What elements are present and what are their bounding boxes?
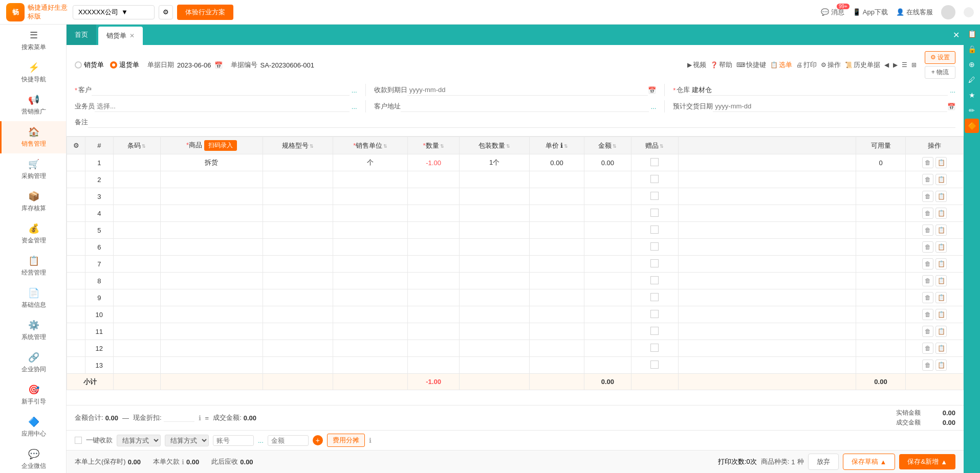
copy-row-button[interactable]: 📋 bbox=[935, 292, 947, 303]
cell-price[interactable] bbox=[530, 323, 584, 340]
cell-amount[interactable] bbox=[584, 273, 631, 289]
cell-barcode[interactable] bbox=[113, 239, 160, 256]
cell-qty[interactable] bbox=[408, 205, 460, 222]
sidebar-item-collab[interactable]: 🔗 企业协同 bbox=[0, 347, 66, 379]
col-product-header[interactable]: *商品 扫码录入 bbox=[160, 137, 263, 154]
right-panel-btn-3[interactable]: ⊕ bbox=[965, 57, 979, 72]
cell-unit[interactable] bbox=[333, 205, 408, 222]
cell-amount[interactable] bbox=[584, 256, 631, 273]
sidebar-item-appstore[interactable]: 🔷 应用中心 bbox=[0, 411, 66, 443]
sidebar-item-purchase[interactable]: 🛒 采购管理 bbox=[0, 153, 66, 186]
customer-input[interactable] bbox=[92, 84, 350, 96]
copy-row-button[interactable]: 📋 bbox=[935, 326, 947, 337]
cell-amount[interactable] bbox=[584, 171, 631, 188]
copy-row-button[interactable]: 📋 bbox=[935, 191, 947, 202]
cell-barcode[interactable] bbox=[113, 222, 160, 239]
cell-spec[interactable] bbox=[263, 340, 333, 357]
warehouse-input[interactable] bbox=[690, 84, 948, 96]
cell-pkgqty[interactable] bbox=[459, 340, 529, 357]
sidebar-item-sales[interactable]: 🏠 销售管理 bbox=[0, 121, 66, 153]
cell-qty[interactable] bbox=[408, 357, 460, 374]
cell-spec[interactable] bbox=[263, 171, 333, 188]
cell-gift[interactable] bbox=[631, 205, 678, 222]
cell-barcode[interactable] bbox=[113, 306, 160, 323]
cell-amount[interactable] bbox=[584, 205, 631, 222]
curr-owed-info[interactable]: ℹ bbox=[182, 458, 184, 466]
cell-product[interactable] bbox=[160, 239, 263, 256]
cell-amount[interactable] bbox=[584, 357, 631, 374]
cell-barcode[interactable] bbox=[113, 171, 160, 188]
cell-product[interactable] bbox=[160, 256, 263, 273]
cell-product[interactable] bbox=[160, 205, 263, 222]
cell-amount[interactable] bbox=[584, 340, 631, 357]
cell-product[interactable] bbox=[160, 357, 263, 374]
cell-product[interactable] bbox=[160, 289, 263, 306]
cell-barcode[interactable] bbox=[113, 357, 160, 374]
payment-due-input[interactable] bbox=[407, 84, 648, 96]
payment-amount-input[interactable] bbox=[268, 435, 309, 446]
view-list-button[interactable]: ☰ bbox=[902, 61, 907, 69]
delete-row-button[interactable]: 🗑 bbox=[922, 326, 933, 337]
account-number-input[interactable] bbox=[213, 435, 254, 446]
cell-price[interactable] bbox=[530, 171, 584, 188]
cell-barcode[interactable] bbox=[113, 273, 160, 289]
logistics-button[interactable]: + 物流 bbox=[925, 66, 955, 79]
discount-info-icon[interactable]: ℹ bbox=[199, 414, 201, 422]
cell-product[interactable]: 拆货 bbox=[160, 154, 263, 171]
cell-unit[interactable] bbox=[333, 171, 408, 188]
delete-row-button[interactable]: 🗑 bbox=[922, 359, 933, 371]
cell-unit[interactable] bbox=[333, 357, 408, 374]
cell-unit[interactable] bbox=[333, 323, 408, 340]
right-panel-btn-orange[interactable]: 🔶 bbox=[965, 119, 979, 133]
cell-product[interactable] bbox=[160, 273, 263, 289]
cell-gift[interactable] bbox=[631, 154, 678, 171]
cell-pkgqty[interactable] bbox=[459, 289, 529, 306]
right-panel-btn-2[interactable]: 🔒 bbox=[965, 42, 979, 56]
delete-row-button[interactable]: 🗑 bbox=[922, 343, 933, 354]
cell-product[interactable] bbox=[160, 323, 263, 340]
radio-sales[interactable]: 销货单 bbox=[75, 60, 104, 70]
avatar[interactable] bbox=[941, 5, 955, 19]
payment-method-select[interactable]: 结算方式 bbox=[117, 435, 161, 446]
copy-row-button[interactable]: 📋 bbox=[935, 224, 947, 236]
customer-addr-input[interactable] bbox=[401, 101, 649, 112]
cell-unit[interactable] bbox=[333, 188, 408, 205]
sidebar-item-inventory[interactable]: 📦 库存核算 bbox=[0, 186, 66, 218]
payment-due-calendar-icon[interactable]: 📅 bbox=[648, 86, 656, 94]
help-link[interactable]: ❓ 帮助 bbox=[710, 60, 732, 70]
cell-spec[interactable] bbox=[263, 256, 333, 273]
cell-pkgqty[interactable] bbox=[459, 222, 529, 239]
copy-row-button[interactable]: 📋 bbox=[935, 241, 947, 253]
sidebar-item-search[interactable]: ☰ 搜索菜单 bbox=[0, 25, 66, 57]
trial-button[interactable]: 体验行业方案 bbox=[177, 5, 233, 20]
copy-row-button[interactable]: 📋 bbox=[935, 174, 947, 185]
cell-pkgqty[interactable] bbox=[459, 171, 529, 188]
cell-qty[interactable] bbox=[408, 188, 460, 205]
cell-pkgqty[interactable] bbox=[459, 273, 529, 289]
cell-barcode[interactable] bbox=[113, 188, 160, 205]
cell-pkgqty[interactable] bbox=[459, 205, 529, 222]
app-download-button[interactable]: 📱 App下载 bbox=[853, 8, 888, 17]
cell-gift[interactable] bbox=[631, 273, 678, 289]
delete-row-button[interactable]: 🗑 bbox=[922, 292, 933, 303]
fees-info-icon[interactable]: ℹ bbox=[369, 437, 372, 444]
cell-spec[interactable] bbox=[263, 289, 333, 306]
cell-unit[interactable] bbox=[333, 289, 408, 306]
online-service-button[interactable]: 👤 在线客服 bbox=[896, 8, 933, 17]
cell-pkgqty[interactable] bbox=[459, 306, 529, 323]
warehouse-lookup-button[interactable]: ... bbox=[950, 86, 955, 94]
abandon-button[interactable]: 放弃 bbox=[808, 454, 839, 470]
fees-split-button[interactable]: 费用分摊 bbox=[327, 434, 365, 447]
cell-qty[interactable] bbox=[408, 239, 460, 256]
cell-product[interactable] bbox=[160, 340, 263, 357]
video-link[interactable]: ▶ 视频 bbox=[687, 60, 706, 70]
cell-product[interactable] bbox=[160, 222, 263, 239]
cell-amount[interactable] bbox=[584, 239, 631, 256]
tab-close-button[interactable]: ✕ bbox=[129, 32, 135, 39]
cell-gift[interactable] bbox=[631, 357, 678, 374]
sidebar-item-guide[interactable]: 🎯 新手引导 bbox=[0, 379, 66, 411]
history-link[interactable]: 📜 历史单据 bbox=[845, 60, 880, 70]
cell-qty[interactable] bbox=[408, 273, 460, 289]
customer-lookup-button[interactable]: ... bbox=[352, 86, 357, 94]
account-lookup-button[interactable]: ... bbox=[258, 437, 264, 444]
